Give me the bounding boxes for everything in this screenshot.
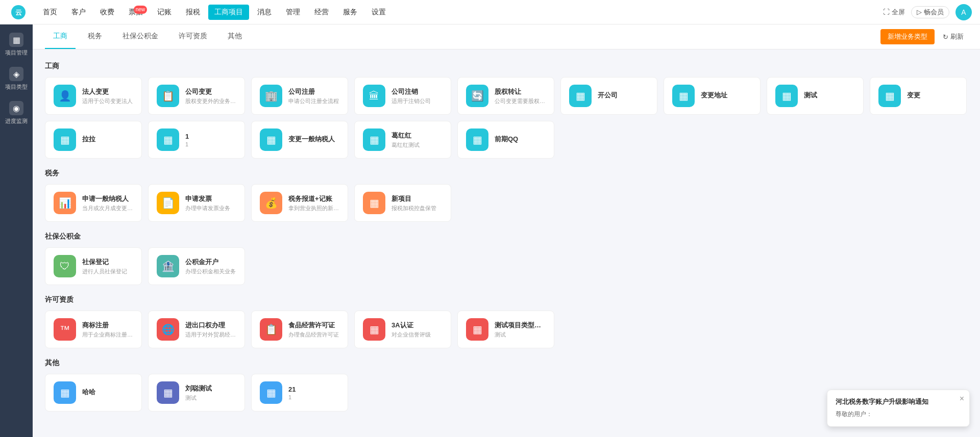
card-申请一般纳税人[interactable]: 📊 申请一般纳税人 当月或次月成变更完成	[45, 184, 142, 222]
nav-item-首页[interactable]: 首页	[37, 5, 63, 20]
card-3A认证[interactable]: ▦ 3A认证 对企业信誉评级	[354, 311, 451, 348]
sidebar-item-项目管理[interactable]: ▦项目管理	[2, 29, 31, 61]
refresh-button[interactable]: ↻ 刷新	[939, 30, 968, 43]
vip-button[interactable]: ▷ 畅会员	[911, 6, 949, 18]
new-type-button[interactable]: 新增业务类型	[880, 29, 935, 44]
card-icon: ▦	[878, 85, 901, 107]
nav-item-客户[interactable]: 客户	[65, 5, 92, 20]
sidebar-item-项目类型[interactable]: ◈项目类型	[2, 63, 31, 95]
sidebar-icon: ◉	[9, 101, 23, 115]
card-info: 测试项目类型目定义 测试	[495, 321, 546, 339]
card-name: 测试项目类型目定义	[495, 321, 546, 330]
nav-item-设置[interactable]: 设置	[365, 5, 392, 20]
sub-tab-许可资质[interactable]: 许可资质	[170, 24, 215, 49]
card-info: 食品经营许可证 办理食品经营许可证	[288, 321, 339, 339]
card-name: 商标注册	[82, 321, 133, 330]
card-公司变更[interactable]: 📋 公司变更 股权变更外的业务变更	[148, 77, 245, 115]
card-申请发票[interactable]: 📄 申请发票 办理申请发票业务	[148, 184, 245, 222]
nav-item-消息[interactable]: 消息	[251, 5, 278, 20]
card-info: 拉拉	[82, 135, 133, 145]
nav-item-记账[interactable]: 记账	[151, 5, 178, 20]
sub-tab-其他[interactable]: 其他	[219, 24, 250, 49]
nav-item-票据[interactable]: 票据new	[122, 5, 149, 20]
card-name: 葛红红	[391, 131, 443, 140]
card-name: 1	[185, 133, 236, 140]
card-商标注册[interactable]: ™ 商标注册 用于企业商标注册服务	[45, 311, 142, 348]
card-测试项目类型目定义[interactable]: ▦ 测试项目类型目定义 测试	[457, 311, 554, 348]
card-icon: 🏛	[363, 85, 385, 107]
card-info: 申请一般纳税人 当月或次月成变更完成	[82, 194, 133, 212]
card-变更一般纳税人[interactable]: ▦ 变更一般纳税人	[251, 121, 348, 159]
card-税务报道+记账[interactable]: 💰 税务报道+记账 拿到营业执照的新公司	[251, 184, 348, 222]
card-icon: 🌐	[157, 318, 179, 341]
sub-tab-税务[interactable]: 税务	[80, 24, 110, 49]
card-21[interactable]: ▦ 21 1	[251, 374, 348, 412]
nav-item-经营[interactable]: 经营	[308, 5, 335, 20]
card-1[interactable]: ▦ 1 1	[148, 121, 245, 159]
cards-grid-工商: 👤 法人变更 适用于公司变更法人 📋 公司变更 股权变更外的业务变更 🏢 公司注…	[45, 77, 968, 159]
card-desc: 适用于公司变更法人	[82, 97, 133, 105]
card-社保登记[interactable]: 🛡 社保登记 进行人员社保登记	[45, 247, 142, 285]
top-nav: 云 首页客户收费票据new记账报税工商项目消息管理经营服务设置 ⛶ 全屏 ▷ 畅…	[0, 0, 980, 24]
card-icon: 🛡	[54, 255, 76, 277]
card-name: 进出口权办理	[185, 321, 236, 330]
section-title-其他: 其他	[45, 358, 968, 368]
card-icon: ▦	[363, 192, 385, 214]
card-name: 变更一般纳税人	[288, 135, 339, 144]
card-desc: 1	[185, 141, 236, 147]
card-拉拉[interactable]: ▦ 拉拉	[45, 121, 142, 159]
card-desc: 适用于对外贸易经营者	[185, 331, 236, 339]
card-变更[interactable]: ▦ 变更	[870, 77, 967, 115]
sub-tab-工商[interactable]: 工商	[45, 24, 76, 49]
sidebar-item-进度监测[interactable]: ◉进度监测	[2, 97, 31, 129]
card-name: 公司变更	[185, 87, 236, 96]
card-icon: ▦	[363, 318, 385, 341]
card-前期QQ[interactable]: ▦ 前期QQ	[457, 121, 554, 159]
card-法人变更[interactable]: 👤 法人变更 适用于公司变更法人	[45, 77, 142, 115]
card-进出口权办理[interactable]: 🌐 进出口权办理 适用于对外贸易经营者	[148, 311, 245, 348]
card-新项目[interactable]: ▦ 新项目 报税加税控盘保管	[354, 184, 451, 222]
card-icon: ▦	[569, 85, 592, 107]
card-icon: ▦	[157, 128, 179, 151]
card-公积金开户[interactable]: 🏦 公积金开户 办理公积金相关业务	[148, 247, 245, 285]
card-name: 公司注销	[391, 87, 443, 96]
card-name: 法人变更	[82, 87, 133, 96]
notification-popup: × 河北税务数字账户升级影响通知 尊敬的用户：	[827, 390, 970, 427]
card-开公司[interactable]: ▦ 开公司	[560, 77, 657, 115]
logo[interactable]: 云	[8, 2, 29, 22]
card-icon: 🏢	[260, 85, 282, 107]
nav-item-工商项目[interactable]: 工商项目	[208, 5, 249, 20]
card-icon: ▦	[157, 381, 179, 404]
card-info: 变更地址	[701, 91, 752, 101]
card-desc: 公司变更需要股权转让	[495, 97, 546, 105]
sub-tabs: 工商税务社保公积金许可资质其他 新增业务类型 ↻ 刷新	[33, 24, 980, 49]
fullscreen-icon: ⛶	[883, 8, 890, 16]
card-股权转让[interactable]: 🔄 股权转让 公司变更需要股权转让	[457, 77, 554, 115]
sidebar-label: 项目类型	[5, 83, 28, 91]
card-刘聪测试[interactable]: ▦ 刘聪测试 测试	[148, 374, 245, 412]
card-icon: 💰	[260, 192, 282, 214]
fullscreen-button[interactable]: ⛶ 全屏	[883, 8, 905, 17]
card-食品经营许可证[interactable]: 📋 食品经营许可证 办理食品经营许可证	[251, 311, 348, 348]
avatar[interactable]: A	[955, 4, 972, 20]
sidebar-label: 进度监测	[5, 117, 28, 125]
card-变更地址[interactable]: ▦ 变更地址	[664, 77, 761, 115]
card-icon: ▦	[672, 85, 695, 107]
notification-close-button[interactable]: ×	[960, 394, 964, 403]
card-公司注销[interactable]: 🏛 公司注销 适用于注销公司	[354, 77, 451, 115]
nav-item-服务[interactable]: 服务	[337, 5, 363, 20]
card-测试[interactable]: ▦ 测试	[767, 77, 864, 115]
nav-items: 首页客户收费票据new记账报税工商项目消息管理经营服务设置	[37, 5, 883, 20]
card-哈哈[interactable]: ▦ 哈哈	[45, 374, 142, 412]
nav-item-报税[interactable]: 报税	[180, 5, 206, 20]
card-info: 商标注册 用于企业商标注册服务	[82, 321, 133, 339]
card-葛红红[interactable]: ▦ 葛红红 葛红红测试	[354, 121, 451, 159]
nav-item-管理[interactable]: 管理	[280, 5, 306, 20]
card-name: 开公司	[598, 91, 649, 100]
sub-tab-社保公积金[interactable]: 社保公积金	[114, 24, 166, 49]
card-公司注册[interactable]: 🏢 公司注册 申请公司注册全流程	[251, 77, 348, 115]
nav-item-收费[interactable]: 收费	[94, 5, 120, 20]
card-name: 拉拉	[82, 135, 133, 144]
card-info: 社保登记 进行人员社保登记	[82, 258, 133, 275]
card-name: 股权转让	[495, 87, 546, 96]
